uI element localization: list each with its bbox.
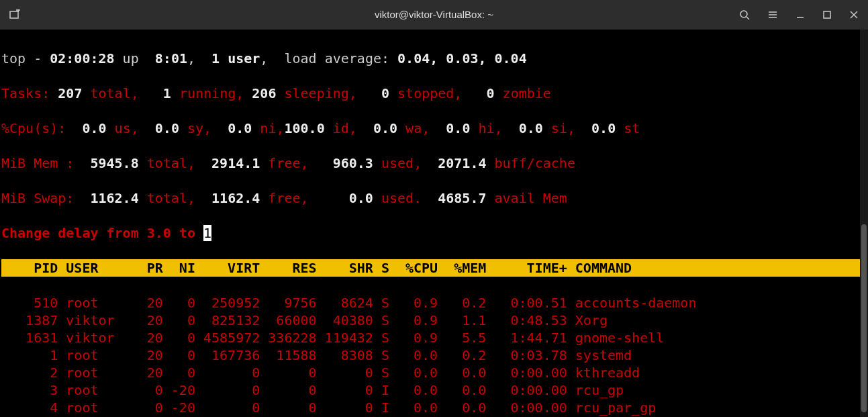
cell-s: I	[373, 381, 389, 399]
search-icon[interactable]	[739, 9, 750, 20]
cell-cmd: gnome-shell	[567, 329, 664, 346]
cell-user: viktor	[58, 312, 130, 329]
svg-point-3	[740, 11, 747, 17]
table-row: 4root0-20000I0.00.00:00.00rcu_par_gp	[1, 399, 867, 416]
cell-cmd: systemd	[567, 346, 632, 364]
table-row: 510root20025095297568624S0.90.20:00.51ac…	[1, 294, 867, 312]
cell-time: 0:03.78	[486, 346, 567, 364]
cell-pid: 1631	[1, 329, 58, 346]
cell-res: 9756	[260, 294, 316, 312]
cell-virt: 825132	[195, 312, 260, 329]
cell-ni: 0	[163, 364, 195, 381]
cell-res: 0	[260, 364, 316, 381]
cell-time: 1:44.71	[486, 329, 567, 346]
cell-ni: 0	[163, 312, 195, 329]
table-row: 1631viktor2004585972336228119432S0.95.51…	[1, 329, 867, 346]
cell-pr: 20	[131, 312, 163, 329]
cell-user: root	[58, 346, 130, 364]
cell-cpu: 0.0	[389, 399, 438, 416]
cell-cmd: Xorg	[567, 312, 608, 329]
cell-pr: 20	[131, 294, 163, 312]
cell-mem: 1.1	[438, 312, 486, 329]
cell-s: I	[373, 399, 389, 416]
cell-time: 0:48.53	[486, 312, 567, 329]
scrollbar[interactable]	[860, 30, 868, 417]
close-icon[interactable]	[849, 10, 859, 19]
scrollbar-thumb[interactable]	[861, 224, 867, 412]
svg-rect-0	[10, 11, 18, 18]
cell-shr: 0	[317, 364, 373, 381]
cell-virt: 0	[195, 381, 260, 399]
cell-cpu: 0.9	[389, 329, 438, 346]
cell-shr: 0	[317, 399, 373, 416]
table-row: 1root200167736115888308S0.00.20:03.78sys…	[1, 346, 867, 364]
cell-virt: 4585972	[195, 329, 260, 346]
new-tab-icon[interactable]	[9, 9, 20, 20]
cell-ni: 0	[163, 329, 195, 346]
cell-pid: 2	[1, 364, 58, 381]
cell-cpu: 0.0	[389, 364, 438, 381]
cell-mem: 0.0	[438, 399, 486, 416]
cell-s: S	[373, 364, 389, 381]
cell-pr: 0	[131, 381, 163, 399]
cell-user: root	[58, 399, 130, 416]
cell-pr: 20	[131, 346, 163, 364]
cell-mem: 0.0	[438, 364, 486, 381]
hamburger-menu-icon[interactable]	[767, 9, 778, 20]
cell-user: root	[58, 381, 130, 399]
cell-time: 0:00.00	[486, 381, 567, 399]
window-titlebar: viktor@viktor-VirtualBox: ~	[0, 0, 868, 30]
cell-s: S	[373, 329, 389, 346]
cell-virt: 167736	[195, 346, 260, 364]
cell-user: root	[58, 294, 130, 312]
cell-ni: 0	[163, 346, 195, 364]
cell-shr: 40380	[317, 312, 373, 329]
cell-shr: 8624	[317, 294, 373, 312]
window-title: viktor@viktor-VirtualBox: ~	[375, 6, 493, 24]
cell-time: 0:00.00	[486, 399, 567, 416]
delay-prompt[interactable]: Change delay from 3.0 to 1	[1, 224, 867, 242]
prompt-input[interactable]: 1	[203, 225, 211, 241]
cell-pid: 510	[1, 294, 58, 312]
cell-cmd: kthreadd	[567, 364, 640, 381]
cell-s: S	[373, 294, 389, 312]
summary-swap: MiB Swap: 1162.4 total, 1162.4 free, 0.0…	[1, 189, 867, 207]
process-header: PIDUSERPRNIVIRTRESSHRS%CPU%MEMTIME+COMMA…	[1, 259, 867, 277]
cell-mem: 0.2	[438, 294, 486, 312]
cell-virt: 250952	[195, 294, 260, 312]
cell-cpu: 0.0	[389, 381, 438, 399]
cell-s: S	[373, 312, 389, 329]
minimize-icon[interactable]	[795, 10, 805, 19]
cell-res: 0	[260, 381, 316, 399]
cell-mem: 0.0	[438, 381, 486, 399]
cell-res: 336228	[260, 329, 316, 346]
svg-line-4	[746, 17, 749, 19]
cell-time: 0:00.51	[486, 294, 567, 312]
cell-cmd: rcu_par_gp	[567, 399, 656, 416]
table-row: 2root200000S0.00.00:00.00kthreadd	[1, 364, 867, 381]
process-list: 510root20025095297568624S0.90.20:00.51ac…	[1, 294, 867, 417]
maximize-icon[interactable]	[822, 10, 832, 19]
cell-cmd: rcu_gp	[567, 381, 624, 399]
cell-virt: 0	[195, 399, 260, 416]
cell-user: root	[58, 364, 130, 381]
cell-pr: 20	[131, 329, 163, 346]
cell-cpu: 0.0	[389, 346, 438, 364]
cell-ni: -20	[163, 399, 195, 416]
cell-s: S	[373, 346, 389, 364]
summary-tasks: Tasks: 207 total, 1 running, 206 sleepin…	[1, 85, 867, 102]
cell-ni: 0	[163, 294, 195, 312]
summary-mem: MiB Mem : 5945.8 total, 2914.1 free, 960…	[1, 154, 867, 172]
cell-shr: 119432	[317, 329, 373, 346]
cell-cpu: 0.9	[389, 294, 438, 312]
cell-pid: 1	[1, 346, 58, 364]
cell-pr: 0	[131, 399, 163, 416]
cell-pid: 3	[1, 381, 58, 399]
cell-shr: 8308	[317, 346, 373, 364]
table-row: 3root0-20000I0.00.00:00.00rcu_gp	[1, 381, 867, 399]
cell-shr: 0	[317, 381, 373, 399]
cell-virt: 0	[195, 364, 260, 381]
cell-res: 11588	[260, 346, 316, 364]
summary-cpu: %Cpu(s): 0.0 us, 0.0 sy, 0.0 ni,100.0 id…	[1, 120, 867, 137]
terminal-output[interactable]: top - 02:00:28 up 8:01, 1 user, load ave…	[0, 30, 868, 417]
